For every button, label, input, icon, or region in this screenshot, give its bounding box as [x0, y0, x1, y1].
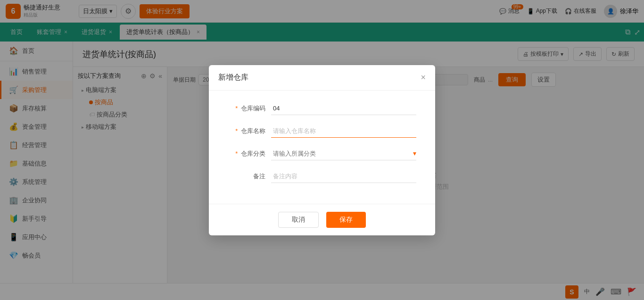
name-input[interactable]: [271, 125, 416, 138]
form-row-category: * 仓库分类 ▾: [228, 147, 416, 160]
category-input[interactable]: [271, 147, 413, 160]
name-label: * 仓库名称: [228, 127, 265, 135]
category-dropdown-icon[interactable]: ▾: [413, 150, 416, 157]
code-input[interactable]: [271, 102, 416, 115]
category-label: * 仓库分类: [228, 150, 265, 158]
modal-footer: 取消 保存: [209, 204, 435, 235]
form-row-note: 备注: [228, 170, 416, 183]
category-select-wrapper: ▾: [271, 147, 416, 160]
code-label: * 仓库编码: [228, 104, 265, 113]
modal-body: * 仓库编码 * 仓库名称 * 仓库分类: [209, 91, 435, 204]
modal-header: 新增仓库 ×: [209, 65, 435, 91]
form-row-code: * 仓库编码: [228, 102, 416, 115]
save-button[interactable]: 保存: [326, 212, 366, 228]
note-input[interactable]: [271, 170, 416, 183]
note-label: 备注: [228, 172, 265, 181]
cancel-button[interactable]: 取消: [278, 212, 319, 228]
modal-title: 新增仓库: [218, 73, 248, 83]
form-row-name: * 仓库名称: [228, 125, 416, 138]
add-warehouse-modal: 新增仓库 × * 仓库编码 * 仓库名称: [209, 65, 435, 235]
modal-overlay[interactable]: 新增仓库 × * 仓库编码 * 仓库名称: [0, 0, 644, 300]
modal-close-button[interactable]: ×: [421, 73, 426, 83]
